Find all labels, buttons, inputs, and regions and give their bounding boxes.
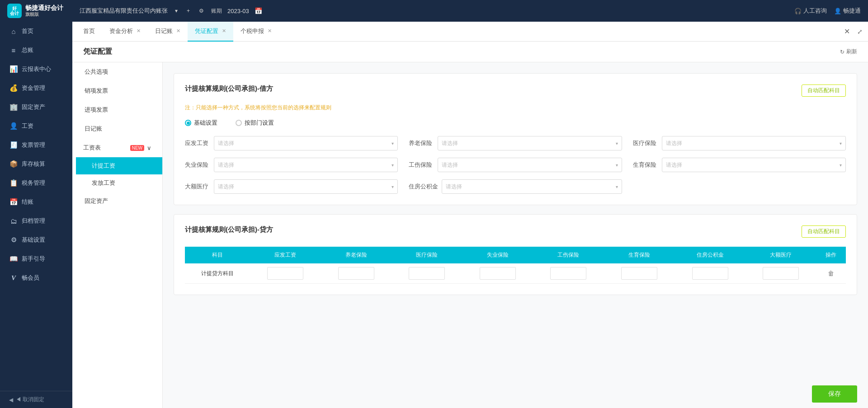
left-menu-item-public[interactable]: 公共选项 xyxy=(72,62,162,81)
debit-auto-match-btn[interactable]: 自动匹配科目 xyxy=(802,84,846,97)
tab-capital-analysis[interactable]: 资金分析 ✕ xyxy=(102,22,148,42)
input-large-med-val[interactable] xyxy=(763,267,799,280)
tab-tax-close[interactable]: ✕ xyxy=(268,28,272,34)
input-medical-val[interactable] xyxy=(409,267,445,280)
sidebar-item-salary[interactable]: 👤 工资 xyxy=(0,117,72,136)
sidebar-label-guide: 新手引导 xyxy=(22,255,45,263)
tax-icon: 📋 xyxy=(9,179,18,187)
logo-area: 好会计 畅捷通好会计 旗舰版 xyxy=(7,4,80,18)
td-unemp-val xyxy=(462,263,533,284)
sidebar-item-settings[interactable]: ⚙ 基础设置 xyxy=(0,230,72,249)
sidebar-item-tax[interactable]: 📋 税务管理 xyxy=(0,174,72,192)
td-maternity-val xyxy=(604,263,675,284)
sidebar-item-home[interactable]: ⌂ 首页 xyxy=(0,22,72,41)
left-menu-item-payment[interactable]: 发放工资 xyxy=(76,174,162,192)
page-title: 凭证配置 xyxy=(83,47,112,56)
right-content: 自动匹配科目 计提核算规则(公司承担)-借方 注：只能选择一种方式，系统将按照您… xyxy=(163,62,868,408)
period-value[interactable]: 2023-03 xyxy=(227,8,249,14)
tab-voucher-close[interactable]: ✕ xyxy=(222,28,226,34)
save-btn[interactable]: 保存 xyxy=(812,385,857,403)
tab-home[interactable]: 首页 xyxy=(76,22,102,42)
placeholder-medical: 请选择 xyxy=(666,140,682,147)
radio-basic-setting[interactable]: 基础设置 xyxy=(185,119,217,127)
input-gross-val[interactable] xyxy=(267,267,303,280)
sidebar-item-ledger[interactable]: ≡ 总账 xyxy=(0,41,72,60)
chevron-medical: ▾ xyxy=(840,141,842,146)
sidebar-item-assets[interactable]: 🏢 固定资产 xyxy=(0,98,72,117)
expand-chevron-icon: ∨ xyxy=(147,145,151,151)
tab-close-btn[interactable]: ✕ xyxy=(842,26,852,37)
unpin-icon: ◀ xyxy=(9,397,13,403)
tab-capital-close[interactable]: ✕ xyxy=(137,28,141,34)
sidebar-unpin-btn[interactable]: ◀ ◀ 取消固定 xyxy=(0,391,72,408)
credit-table: 科目 应发工资 养老保险 医疗保险 失业保险 工伤保险 生育保险 住房公积金 大… xyxy=(185,247,846,284)
sidebar-item-invoice[interactable]: 🧾 发票管理 xyxy=(0,136,72,155)
calendar-icon[interactable]: 📅 xyxy=(255,7,262,14)
invoice-icon: 🧾 xyxy=(9,141,18,149)
tab-bar: 首页 资金分析 ✕ 日记账 ✕ 凭证配置 ✕ 个税申报 ✕ ✕ ⤢ xyxy=(72,22,868,42)
select-pension[interactable]: 请选择 ▾ xyxy=(438,136,622,150)
input-pension-val[interactable] xyxy=(338,267,374,280)
sidebar-item-reports[interactable]: 📊 云报表中心 xyxy=(0,60,72,79)
settings-btn[interactable]: ⚙ xyxy=(197,7,206,15)
select-unemployment[interactable]: 请选择 ▾ xyxy=(214,158,398,172)
sidebar-item-archive[interactable]: 🗂 归档管理 xyxy=(0,211,72,230)
input-unemp-val[interactable] xyxy=(480,267,516,280)
sidebar-label-inventory: 库存核算 xyxy=(22,160,45,168)
field-maternity: 生育保险 请选择 ▾ xyxy=(633,158,846,172)
company-dropdown-btn[interactable]: ▾ xyxy=(173,7,179,15)
user-avatar[interactable]: 👤 畅捷通 xyxy=(834,7,861,15)
label-unemployment: 失业保险 xyxy=(185,161,210,169)
left-menu-item-sales-invoice[interactable]: 销项发票 xyxy=(72,81,162,100)
credit-auto-match-btn[interactable]: 自动匹配科目 xyxy=(802,225,846,238)
label-pension: 养老保险 xyxy=(409,139,434,147)
sidebar-item-member[interactable]: V 畅会员 xyxy=(0,268,72,287)
tab-tax[interactable]: 个税申报 ✕ xyxy=(233,22,279,42)
select-work-injury[interactable]: 请选择 ▾ xyxy=(438,158,622,172)
tab-journal-close[interactable]: ✕ xyxy=(176,28,180,34)
left-menu-item-fixed-assets[interactable]: 固定资产 xyxy=(72,192,162,211)
select-large-medical[interactable]: 请选择 ▾ xyxy=(214,179,398,194)
select-gross-salary[interactable]: 请选择 ▾ xyxy=(214,136,398,150)
debit-radio-group: 基础设置 按部门设置 xyxy=(185,119,846,127)
ledger-icon: ≡ xyxy=(9,47,18,54)
refresh-btn[interactable]: ↻ 刷新 xyxy=(840,48,857,56)
select-housing-fund[interactable]: 请选择 ▾ xyxy=(442,179,622,194)
tab-journal[interactable]: 日记账 ✕ xyxy=(148,22,188,42)
select-medical[interactable]: 请选择 ▾ xyxy=(662,136,846,150)
sidebar-item-guide[interactable]: 📖 新手引导 xyxy=(0,249,72,268)
select-maternity[interactable]: 请选择 ▾ xyxy=(662,158,846,172)
sidebar-label-reports: 云报表中心 xyxy=(22,65,51,73)
placeholder-housing-fund: 请选择 xyxy=(446,183,462,191)
sidebar-label-ledger: 总账 xyxy=(22,46,33,54)
sidebar-label-salary: 工资 xyxy=(22,122,33,130)
input-injury-val[interactable] xyxy=(550,267,586,280)
left-menu-item-purchase-invoice[interactable]: 进项发票 xyxy=(72,100,162,119)
input-maternity-val[interactable] xyxy=(621,267,657,280)
company-name[interactable]: 江西服宝精品有限责任公司内账张 xyxy=(80,7,168,15)
chevron-work-injury: ▾ xyxy=(616,163,618,168)
sidebar-item-close[interactable]: 📅 结账 xyxy=(0,192,72,211)
user-name: 畅捷通 xyxy=(843,7,861,15)
sidebar-item-inventory[interactable]: 📦 库存核算 xyxy=(0,155,72,174)
th-large-medical: 大额医疗 xyxy=(745,247,816,263)
customer-service-btn[interactable]: 🎧 人工咨询 xyxy=(794,7,827,15)
radio-dept-setting[interactable]: 按部门设置 xyxy=(236,119,274,127)
sidebar-item-funds[interactable]: 💰 资金管理 xyxy=(0,79,72,98)
add-btn[interactable]: + xyxy=(185,7,192,15)
left-menu-item-payroll-table[interactable]: 工资表 NEW ∨ xyxy=(72,138,162,157)
field-work-injury: 工伤保险 请选择 ▾ xyxy=(409,158,622,172)
app-logo: 好会计 xyxy=(7,4,22,18)
th-unemployment: 失业保险 xyxy=(462,247,533,263)
input-housing-val[interactable] xyxy=(692,267,728,280)
tab-voucher-config[interactable]: 凭证配置 ✕ xyxy=(188,22,233,42)
home-icon: ⌂ xyxy=(9,28,18,35)
delete-row-btn[interactable]: 🗑 xyxy=(828,270,834,277)
left-menu-item-accrual[interactable]: 计提工资 xyxy=(76,157,162,174)
page-header: 凭证配置 ↻ 刷新 xyxy=(72,42,868,62)
tab-capital-label: 资金分析 xyxy=(109,27,133,35)
guide-icon: 📖 xyxy=(9,255,18,263)
tab-expand-btn[interactable]: ⤢ xyxy=(855,27,864,36)
left-menu-item-journal[interactable]: 日记账 xyxy=(72,119,162,138)
sidebar-label-member: 畅会员 xyxy=(22,274,39,282)
